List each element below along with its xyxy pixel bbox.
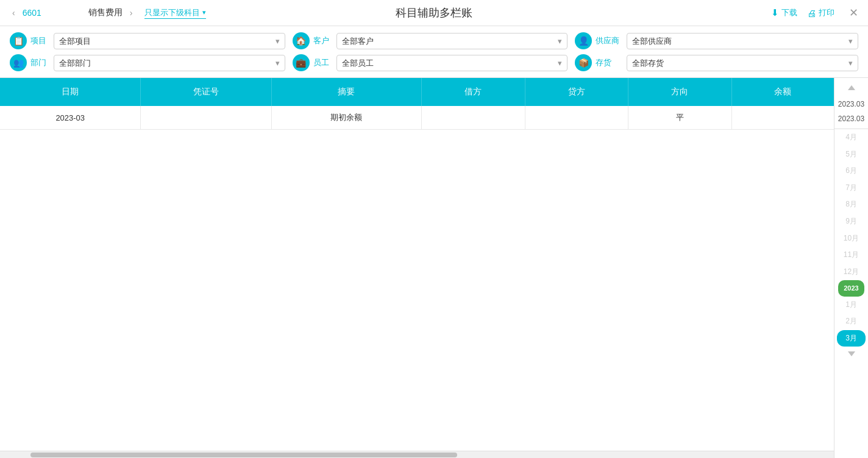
top-actions: ⬇ 下载 🖨 打印 ✕ [771,6,858,19]
col-header-credit: 贷方 [525,78,628,106]
employee-select-wrapper[interactable]: 全部员工 [336,55,568,71]
col-header-date: 日期 [0,78,141,106]
cell-credit [525,106,628,130]
table-area: 日期 凭证号 摘要 借方 贷方 方向 余额 2023-03 期初余额 [0,78,834,458]
top-bar: ‹ 6601 销售费用 › 只显示下级科目 ▾ 科目辅助多栏账 ⬇ 下载 🖨 打… [0,0,868,26]
cell-summary: 期初余额 [271,106,421,130]
supplier-label: 供应商 [596,35,619,46]
account-code: 6601 [23,8,84,18]
download-label: 下载 [781,7,797,18]
inventory-select[interactable]: 全部存货 [632,58,841,68]
filter-area: 📋 项目 全部项目 🏠 客户 全部客户 👤 供应商 全部供应商 [0,26,868,78]
timeline-month-3-active[interactable]: 3月 [837,330,866,347]
timeline-month-10[interactable]: 10月 [834,230,868,247]
filter-label-customer: 🏠 客户 [293,32,329,49]
filter-label-department: 👥 部门 [10,54,46,71]
print-icon: 🖨 [807,8,816,18]
timeline-top-rows: 2023.03 2023.03 [834,97,868,129]
filter-label-employee: 💼 员工 [293,54,329,71]
supplier-select-wrapper[interactable]: 全部供应商 [627,33,858,49]
print-label: 打印 [819,7,834,18]
show-sub-link[interactable]: 只显示下级科目 ▾ [144,7,206,19]
employee-select[interactable]: 全部员工 [342,58,550,68]
col-header-debit: 借方 [422,78,525,106]
print-button[interactable]: 🖨 打印 [807,7,834,18]
timeline-down-arrow[interactable] [834,347,868,363]
filter-label-supplier: 👤 供应商 [575,32,619,49]
inventory-select-wrapper[interactable]: 全部存货 [627,55,858,71]
timeline-month-8[interactable]: 8月 [834,196,868,213]
customer-icon: 🏠 [293,32,310,49]
project-label: 项目 [30,35,46,46]
cell-date: 2023-03 [0,106,141,130]
timeline-month-11[interactable]: 11月 [834,247,868,264]
content-area: 日期 凭证号 摘要 借方 贷方 方向 余额 2023-03 期初余额 [0,78,868,458]
timeline-label-second: 2023.03 [838,114,864,123]
timeline-row-2023-03-first[interactable]: 2023.03 [834,97,868,111]
filter-label-inventory: 📦 存货 [575,54,619,71]
timeline-label-first: 2023.03 [838,100,864,108]
timeline-month-12[interactable]: 12月 [834,264,868,281]
timeline-month-1[interactable]: 1月 [834,297,868,314]
horizontal-scrollbar[interactable] [0,451,834,458]
timeline-month-6[interactable]: 6月 [834,163,868,180]
timeline-month-9[interactable]: 9月 [834,213,868,230]
department-label: 部门 [30,57,46,68]
side-timeline: 2023.03 2023.03 4月 5月 6月 7月 8月 9月 10月 11… [834,78,868,458]
supplier-select[interactable]: 全部供应商 [632,37,841,46]
inventory-icon: 📦 [575,54,592,71]
department-select-wrapper[interactable]: 全部部门 [54,55,285,71]
download-button[interactable]: ⬇ 下载 [771,7,797,18]
employee-icon: 💼 [293,54,310,71]
account-name: 销售费用 [88,7,123,18]
col-header-summary: 摘要 [271,78,421,106]
timeline-year-2023[interactable]: 2023 [838,280,864,296]
chevron-down-icon: ▾ [202,9,206,16]
close-button[interactable]: ✕ [849,6,858,19]
department-select[interactable]: 全部部门 [59,58,268,68]
inventory-label: 存货 [596,57,611,68]
timeline-row-2023-03-second[interactable]: 2023.03 [834,111,868,126]
cell-balance [731,106,834,130]
show-sub-label: 只显示下级科目 [144,7,200,18]
scrollbar-thumb[interactable] [30,453,457,457]
download-icon: ⬇ [771,7,779,18]
project-icon: 📋 [10,32,27,49]
customer-select-wrapper[interactable]: 全部客户 [336,33,568,49]
next-arrow[interactable]: › [127,7,135,19]
table-header-row: 日期 凭证号 摘要 借方 贷方 方向 余额 [0,78,834,106]
employee-label: 员工 [313,57,329,68]
main-container: ‹ 6601 销售费用 › 只显示下级科目 ▾ 科目辅助多栏账 ⬇ 下载 🖨 打… [0,0,868,458]
table-row: 2023-03 期初余额 平 [0,106,834,130]
page-title: 科目辅助多栏账 [396,5,472,20]
timeline-month-7[interactable]: 7月 [834,180,868,197]
col-header-balance: 余额 [731,78,834,106]
scrollbar-area [0,451,834,458]
ledger-table: 日期 凭证号 摘要 借方 贷方 方向 余额 2023-03 期初余额 [0,78,834,130]
project-select-wrapper[interactable]: 全部项目 [54,33,285,49]
cell-voucher [141,106,271,130]
timeline-up-arrow[interactable] [834,80,868,97]
supplier-icon: 👤 [575,32,592,49]
filter-label-project: 📋 项目 [10,32,46,49]
customer-label: 客户 [313,35,329,46]
prev-arrow[interactable]: ‹ [10,7,18,19]
timeline-month-2[interactable]: 2月 [834,313,868,330]
timeline-month-5[interactable]: 5月 [834,146,868,163]
department-icon: 👥 [10,54,27,71]
customer-select[interactable]: 全部客户 [342,37,550,46]
project-select[interactable]: 全部项目 [59,37,268,46]
col-header-direction: 方向 [628,78,732,106]
cell-debit [422,106,525,130]
timeline-month-4[interactable]: 4月 [834,129,868,146]
col-header-voucher: 凭证号 [141,78,271,106]
cell-direction: 平 [628,106,732,130]
